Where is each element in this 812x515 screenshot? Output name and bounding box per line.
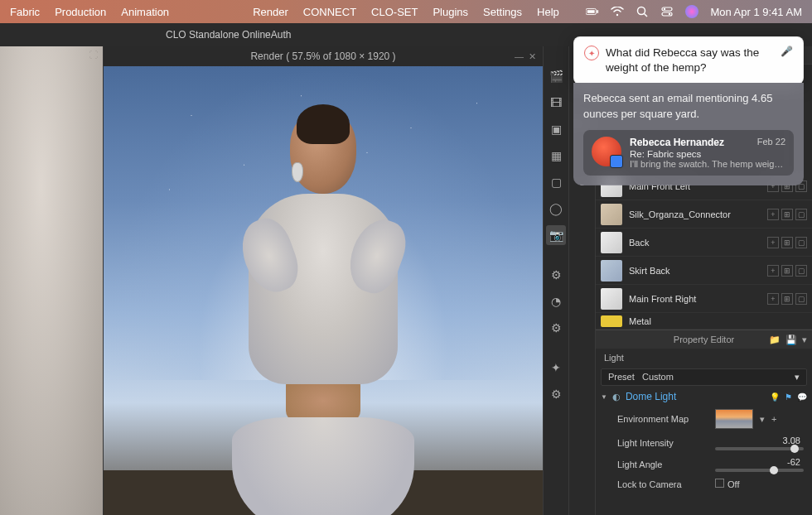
flag-icon[interactable]: ⚑	[785, 392, 792, 402]
menu-connect[interactable]: CONNECT	[303, 6, 356, 18]
tool-camera-icon[interactable]: ◯	[546, 199, 566, 219]
preset-dropdown[interactable]: Preset Custom ▾	[601, 368, 807, 386]
env-map-dropdown-icon[interactable]: ▾	[760, 414, 765, 425]
tool-layers-icon[interactable]: ▢	[546, 172, 566, 192]
light-angle-slider[interactable]	[715, 469, 804, 472]
menu-fabric[interactable]: Fabric	[10, 6, 40, 18]
disclosure-triangle-icon[interactable]: ▼	[601, 393, 607, 401]
tool-gear-icon[interactable]: ⚙	[546, 265, 566, 285]
object-row[interactable]: Silk_Organza_Connector +⊞▢	[596, 200, 812, 229]
svg-point-9	[669, 13, 670, 15]
menu-plugins[interactable]: Plugins	[433, 6, 468, 18]
spotlight-query-box[interactable]: ✦ What did Rebecca say was the weight of…	[573, 36, 804, 84]
object-square-icon[interactable]: ▢	[795, 209, 807, 220]
svg-line-5	[645, 14, 648, 17]
prop-menu-icon[interactable]: ▾	[802, 335, 807, 345]
object-add-icon[interactable]: +	[767, 209, 779, 220]
email-result-card[interactable]: Rebecca Hernandez Feb 22 Re: Fabric spec…	[583, 130, 794, 176]
email-subject: Re: Fabric specs	[630, 149, 785, 159]
render-toolstrip: 🎬 🎞 ▣ ▦ ▢ ◯ 📷 ⚙ ◔ ⚙ ✦ ⚙	[543, 46, 569, 515]
tool-camera2-icon[interactable]: ◔	[546, 291, 566, 311]
object-add-icon[interactable]: +	[767, 237, 779, 248]
tool-film-icon[interactable]: 🎞	[546, 93, 566, 113]
light-intensity-slider[interactable]	[715, 447, 804, 450]
model-earring	[292, 162, 303, 182]
battery-icon[interactable]	[586, 5, 599, 18]
lock-camera-field: Lock to Camera Off	[596, 475, 812, 493]
object-add-icon[interactable]: +	[767, 265, 779, 277]
object-row[interactable]: Skirt Back +⊞▢	[596, 257, 812, 285]
object-name: Skirt Back	[629, 266, 761, 276]
render-close-icon[interactable]: ✕	[529, 51, 536, 62]
spotlight-query-text: What did Rebecca say was the weight of t…	[606, 46, 774, 75]
light-intensity-field: Light Intensity 3.08	[596, 432, 812, 454]
light-row: Light	[596, 349, 812, 367]
svg-point-4	[638, 7, 645, 15]
menu-help[interactable]: Help	[537, 6, 559, 18]
app-menu-center: Render CONNECT CLO-SET Plugins Settings …	[253, 6, 559, 18]
tool-snapshot-icon[interactable]: 📷	[546, 225, 566, 245]
object-row[interactable]: Back +⊞▢	[596, 229, 812, 257]
wireframe-3d-panel[interactable]: ⛶	[0, 46, 104, 515]
model-garment-skirt	[232, 417, 414, 515]
menu-settings[interactable]: Settings	[483, 6, 522, 18]
email-sender: Rebecca Hernandez	[630, 137, 724, 148]
object-row[interactable]: Metal	[596, 313, 812, 330]
light-intensity-label: Light Intensity	[617, 438, 708, 448]
env-map-thumbnail[interactable]	[715, 409, 753, 429]
object-swatch-icon	[601, 204, 622, 225]
email-date: Feb 22	[757, 137, 785, 148]
tool-clapperboard-icon[interactable]: 🎬	[546, 66, 566, 86]
sender-avatar	[592, 137, 621, 166]
lock-camera-label: Lock to Camera	[617, 479, 708, 489]
tool-gear2-icon[interactable]: ⚙	[546, 318, 566, 338]
lock-camera-checkbox[interactable]: Off	[715, 479, 739, 489]
tool-image-icon[interactable]: ▦	[546, 146, 566, 166]
lightbulb-icon[interactable]: 💡	[770, 392, 780, 402]
wifi-icon[interactable]	[611, 5, 624, 18]
menu-closet[interactable]: CLO-SET	[371, 6, 418, 18]
tool-wand-icon[interactable]: ✦	[546, 358, 566, 378]
object-grid-icon[interactable]: ⊞	[781, 265, 793, 277]
object-add-icon[interactable]: +	[767, 293, 779, 305]
menu-animation[interactable]: Animation	[121, 6, 169, 18]
model-hair	[297, 104, 350, 144]
menu-production[interactable]: Production	[55, 6, 106, 18]
menu-render[interactable]: Render	[253, 6, 288, 18]
object-grid-icon[interactable]: ⊞	[781, 293, 793, 305]
dome-light-row[interactable]: ▼ ◐ Dome Light 💡 ⚑ 💬	[596, 387, 812, 406]
object-square-icon[interactable]: ▢	[795, 237, 807, 248]
tool-gear3-icon[interactable]: ⚙	[546, 384, 566, 404]
svg-point-7	[664, 8, 665, 10]
prop-open-icon[interactable]: 📁	[769, 335, 781, 345]
svg-rect-2	[597, 10, 599, 13]
app-menu-left: Fabric Production Animation	[10, 6, 169, 18]
env-map-label: Environment Map	[617, 414, 708, 424]
render-viewport[interactable]	[104, 66, 543, 515]
spotlight-answer-text: Rebecca sent an email mentioning 4.65 ou…	[583, 91, 794, 121]
tool-record-icon[interactable]: ▣	[546, 119, 566, 139]
object-swatch-icon	[601, 232, 622, 253]
chat-icon[interactable]: 💬	[797, 392, 807, 402]
object-name: Back	[629, 238, 761, 248]
microphone-icon[interactable]: 🎤	[781, 46, 793, 57]
siri-icon[interactable]	[685, 5, 698, 18]
light-angle-value: -62	[787, 457, 804, 467]
object-grid-icon[interactable]: ⊞	[781, 209, 793, 220]
siri-query-icon: ✦	[584, 46, 599, 60]
spotlight-overlay: ✦ What did Rebecca say was the weight of…	[573, 36, 804, 185]
environment-map-field: Environment Map ▾ +	[596, 406, 812, 432]
control-center-icon[interactable]	[660, 5, 674, 18]
object-square-icon[interactable]: ▢	[795, 265, 807, 277]
search-icon[interactable]	[636, 5, 649, 18]
prop-save-icon[interactable]: 💾	[785, 335, 797, 345]
object-grid-icon[interactable]: ⊞	[781, 237, 793, 248]
object-square-icon[interactable]: ▢	[795, 293, 807, 305]
render-minimize-icon[interactable]: —	[515, 51, 524, 62]
object-row[interactable]: Main Front Right +⊞▢	[596, 285, 812, 313]
svg-rect-1	[587, 10, 595, 13]
chevron-down-icon: ▾	[795, 372, 800, 383]
light-label: Light	[604, 353, 654, 363]
menubar-datetime[interactable]: Mon Apr 1 9:41 AM	[710, 6, 802, 18]
env-map-add-icon[interactable]: +	[771, 414, 776, 424]
